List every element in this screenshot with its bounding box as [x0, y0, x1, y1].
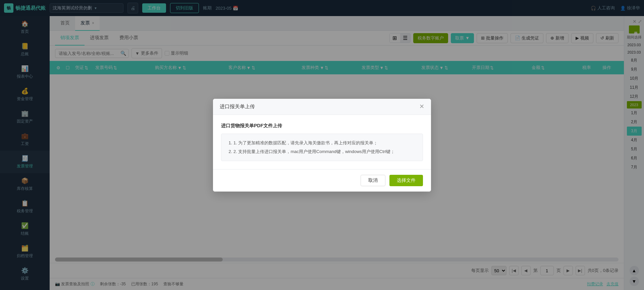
- modal-info-item-2: 2. 支持批量上传进口报关单，mac用户使用Command键，windows用户…: [233, 147, 417, 156]
- modal-cancel-button[interactable]: 取消: [361, 175, 385, 186]
- modal-title: 进口报关单上传: [220, 103, 255, 110]
- modal-close-button[interactable]: ✕: [419, 103, 424, 110]
- modal-info-item-1: 1. 为了更加精准的数据匹配，请先录入海关缴款书，再上传对应的报关单；: [233, 139, 417, 147]
- modal-section-title: 进口货物报关单PDF文件上传: [221, 123, 423, 129]
- modal-overlay: 进口报关单上传 ✕ 进口货物报关单PDF文件上传 1. 为了更加精准的数据匹配，…: [0, 0, 644, 290]
- modal-footer: 取消 选择文件: [213, 169, 431, 192]
- modal-info-box: 1. 为了更加精准的数据匹配，请先录入海关缴款书，再上传对应的报关单； 2. 支…: [221, 134, 423, 161]
- modal-header: 进口报关单上传 ✕: [213, 99, 431, 115]
- modal-import-customs: 进口报关单上传 ✕ 进口货物报关单PDF文件上传 1. 为了更加精准的数据匹配，…: [213, 99, 431, 192]
- modal-select-file-button[interactable]: 选择文件: [389, 175, 423, 186]
- modal-body: 进口货物报关单PDF文件上传 1. 为了更加精准的数据匹配，请先录入海关缴款书，…: [213, 115, 431, 169]
